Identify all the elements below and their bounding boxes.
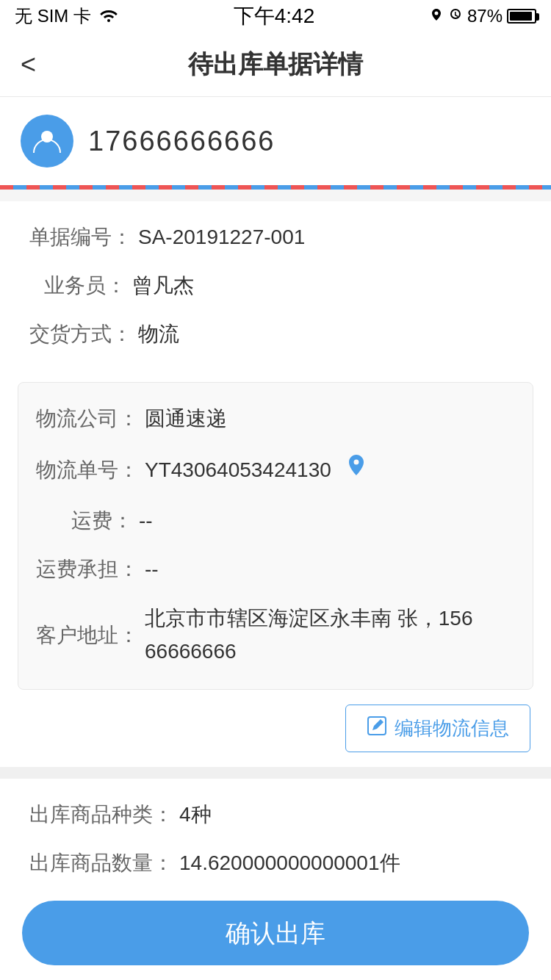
battery-icon [507,9,536,24]
logistics-tracking-value-wrap: YT43064053424130 [145,452,370,488]
freight-label: 运费： [36,505,139,536]
address-row: 客户地址： 北京市市辖区海淀区永丰南 张，156 66666666 [36,602,515,669]
logistics-tracking-value: YT43064053424130 [145,455,331,486]
freight-value: -- [139,505,515,536]
confirm-button[interactable]: 确认出库 [22,901,529,965]
user-header: 17666666666 [0,97,551,185]
freight-row: 运费： -- [36,505,515,536]
logistics-company-value: 圆通速递 [145,403,515,434]
status-time: 下午4:42 [234,2,315,30]
person-icon [31,125,63,157]
sales-person-value: 曾凡杰 [132,270,522,301]
logistics-tracking-label: 物流单号： [36,455,145,486]
logistics-tracking-row: 物流单号： YT43064053424130 [36,452,515,488]
order-number-row: 单据编号： SA-20191227-001 [29,222,522,253]
status-left: 无 SIM 卡 [15,4,119,28]
sales-person-row: 业务员： 曾凡杰 [29,270,522,301]
logistics-company-label: 物流公司： [36,403,145,434]
logistics-card: 物流公司： 圆通速递 物流单号： YT43064053424130 运费： --… [18,382,533,690]
delivery-method-label: 交货方式： [29,319,138,350]
section-separator [0,767,551,779]
wifi-icon [98,6,119,26]
logistics-company-row: 物流公司： 圆通速递 [36,403,515,434]
alarm-icon [448,6,463,26]
battery-percent: 87% [467,6,503,26]
sales-person-label: 业务员： [29,270,132,301]
freight-bearer-row: 运费承担： -- [36,554,515,585]
edit-btn-wrap: 编辑物流信息 [0,690,551,767]
location-status-icon [429,6,444,26]
order-number-value: SA-20191227-001 [138,222,522,253]
goods-types-value: 4种 [179,799,522,830]
edit-logistics-button[interactable]: 编辑物流信息 [345,705,530,752]
goods-types-row: 出库商品种类： 4种 [29,799,522,830]
freight-bearer-value: -- [145,554,515,585]
goods-types-label: 出库商品种类： [29,799,179,830]
goods-quantity-label: 出库商品数量： [29,848,179,879]
address-label: 客户地址： [36,620,145,651]
freight-bearer-label: 运费承担： [36,554,145,585]
status-right: 87% [429,6,536,26]
status-bar: 无 SIM 卡 下午4:42 87% [0,0,551,32]
avatar [21,115,73,167]
address-value: 北京市市辖区海淀区永丰南 张，156 66666666 [145,602,515,669]
order-number-label: 单据编号： [29,222,138,253]
location-icon[interactable] [343,452,370,488]
dashed-divider [0,185,551,190]
goods-quantity-row: 出库商品数量： 14.620000000000001件 [29,848,522,879]
confirm-btn-wrap: 确认出库 [0,889,551,980]
edit-logistics-label: 编辑物流信息 [395,716,509,741]
goods-quantity-value: 14.620000000000001件 [179,848,522,879]
page-title: 待出库单据详情 [188,48,363,82]
back-button[interactable]: < [21,49,36,80]
delivery-method-row: 交货方式： 物流 [29,319,522,350]
order-info-section: 单据编号： SA-20191227-001 业务员： 曾凡杰 交货方式： 物流 [0,201,551,370]
nav-bar: < 待出库单据详情 [0,32,551,97]
edit-icon [367,716,387,741]
carrier-text: 无 SIM 卡 [15,4,91,28]
user-phone: 17666666666 [88,126,275,157]
delivery-method-value: 物流 [138,319,522,350]
goods-section: 出库商品种类： 4种 出库商品数量： 14.620000000000001件 [0,779,551,899]
